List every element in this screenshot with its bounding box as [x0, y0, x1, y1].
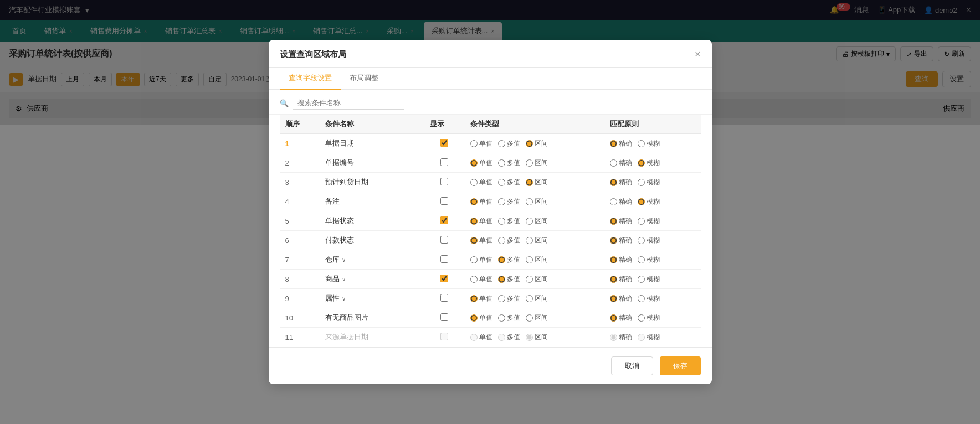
modal-search-bar: 🔍: [269, 90, 712, 115]
modal-title: 设置查询区域布局: [280, 49, 346, 60]
col-header-type: 条件类型: [465, 115, 604, 125]
modal-tabs: 查询字段设置 布局调整: [269, 68, 712, 90]
col-header-name: 条件名称: [320, 115, 424, 125]
modal-table-wrap: 顺序 条件名称 显示 条件类型 匹配原则 1单据日期单值多值区间精确模糊2单据编…: [269, 115, 712, 125]
settings-modal: 设置查询区域布局 × 查询字段设置 布局调整 🔍 顺序 条件名称: [269, 40, 712, 125]
tab-query-fields[interactable]: 查询字段设置: [280, 68, 341, 90]
modal-overlay: 设置查询区域布局 × 查询字段设置 布局调整 🔍 顺序 条件名称: [0, 0, 980, 125]
search-icon: 🔍: [280, 99, 289, 107]
col-header-order: 顺序: [280, 115, 320, 125]
modal-close-btn[interactable]: ×: [695, 49, 701, 60]
col-header-display: 显示: [424, 115, 465, 125]
tab-layout-adjust[interactable]: 布局调整: [341, 68, 387, 90]
conditions-table: 顺序 条件名称 显示 条件类型 匹配原则 1单据日期单值多值区间精确模糊2单据编…: [280, 115, 701, 125]
col-header-match: 匹配原则: [604, 115, 700, 125]
search-input[interactable]: [293, 96, 404, 110]
modal-header: 设置查询区域布局 ×: [269, 40, 712, 68]
